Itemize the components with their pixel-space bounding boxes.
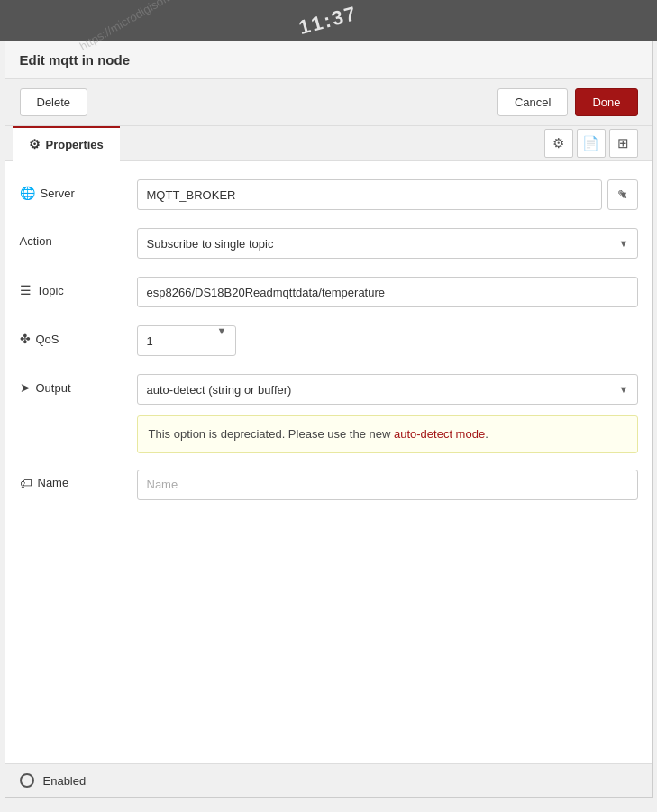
delete-button[interactable]: Delete — [20, 88, 88, 116]
enabled-label: Enabled — [43, 774, 87, 788]
topic-field — [137, 277, 638, 307]
deprecation-warning: This option is depreciated. Please use t… — [137, 415, 638, 453]
server-label-text: Server — [41, 187, 75, 200]
warning-text-after: . — [485, 427, 488, 441]
output-icon: ➤ — [20, 380, 31, 395]
output-row: ➤ Output auto-detect (string or buffer) … — [20, 374, 638, 453]
bottom-bar: Enabled — [5, 763, 652, 797]
globe-icon: 🌐 — [20, 186, 35, 200]
tab-properties-label: Properties — [46, 138, 104, 151]
tab-bar: Properties ⚙ 📄 ⊞ — [5, 126, 652, 161]
gear-icon-btn[interactable]: ⚙ — [544, 129, 573, 158]
cancel-button[interactable]: Cancel — [497, 88, 568, 116]
top-bar: 11:37 — [0, 0, 657, 41]
server-select-wrapper: MQTT_BROKER ▼ ✎ — [137, 179, 638, 210]
grid-icon: ⊞ — [617, 135, 629, 151]
tab-properties[interactable]: Properties — [13, 126, 120, 161]
warning-text-before: This option is depreciated. Please use t… — [149, 427, 394, 441]
qos-row: ✤ QoS 0 1 2 ▼ — [20, 325, 638, 358]
topic-label: ☰ Topic — [20, 277, 137, 297]
output-label: ➤ Output — [20, 374, 137, 395]
form-content: 🌐 Server MQTT_BROKER ▼ ✎ Action — [5, 161, 652, 536]
dialog-title: Edit mqtt in node — [5, 41, 652, 79]
gear-icon: ⚙ — [552, 135, 564, 151]
qos-select[interactable]: 0 1 2 — [137, 325, 236, 356]
button-bar: Delete Cancel Done — [5, 79, 652, 126]
name-input[interactable] — [137, 470, 638, 500]
output-field: auto-detect (string or buffer) a UTF-8 s… — [137, 374, 638, 405]
server-row: 🌐 Server MQTT_BROKER ▼ ✎ — [20, 179, 638, 212]
qos-select-wrapper: 0 1 2 ▼ — [137, 325, 236, 356]
output-select[interactable]: auto-detect (string or buffer) a UTF-8 s… — [137, 374, 638, 405]
topic-input[interactable] — [137, 277, 638, 307]
server-edit-button[interactable]: ✎ — [607, 179, 638, 210]
name-icon: 🏷 — [20, 476, 32, 490]
action-field: Subscribe to single topic Subscribe to m… — [137, 228, 638, 259]
server-field: MQTT_BROKER ▼ ✎ — [137, 179, 638, 210]
tab-icon-group: ⚙ 📄 ⊞ — [544, 129, 645, 158]
auto-detect-link[interactable]: auto-detect mode — [394, 427, 485, 441]
time-display: 11:37 — [297, 1, 360, 39]
pencil-icon: ✎ — [617, 187, 628, 202]
topic-label-text: Topic — [37, 284, 64, 297]
grid-icon-btn[interactable]: ⊞ — [609, 129, 638, 158]
action-select-wrapper: Subscribe to single topic Subscribe to m… — [137, 228, 638, 259]
name-row: 🏷 Name — [20, 470, 638, 502]
name-label-text: Name — [38, 476, 69, 489]
done-button[interactable]: Done — [575, 88, 637, 116]
book-icon-btn[interactable]: 📄 — [577, 129, 606, 158]
action-label-text: Action — [20, 234, 52, 248]
output-select-wrapper: auto-detect (string or buffer) a UTF-8 s… — [137, 374, 638, 405]
name-label: 🏷 Name — [20, 470, 137, 490]
action-row: Action Subscribe to single topic Subscri… — [20, 228, 638, 260]
qos-label: ✤ QoS — [20, 325, 137, 346]
action-select[interactable]: Subscribe to single topic Subscribe to m… — [137, 228, 638, 259]
gear-tab-icon — [29, 137, 41, 151]
dialog: Edit mqtt in node Delete Cancel Done Pro… — [5, 41, 653, 798]
book-icon: 📄 — [582, 135, 599, 151]
topic-row: ☰ Topic — [20, 277, 638, 309]
name-field — [137, 470, 638, 500]
action-label: Action — [20, 228, 137, 248]
qos-icon: ✤ — [20, 332, 31, 346]
qos-label-text: QoS — [36, 333, 59, 346]
output-label-text: Output — [36, 381, 71, 395]
server-label: 🌐 Server — [20, 179, 137, 200]
server-select[interactable]: MQTT_BROKER — [137, 179, 602, 210]
enabled-circle — [20, 773, 34, 788]
qos-field: 0 1 2 ▼ — [137, 325, 638, 356]
topic-icon: ☰ — [20, 283, 32, 297]
